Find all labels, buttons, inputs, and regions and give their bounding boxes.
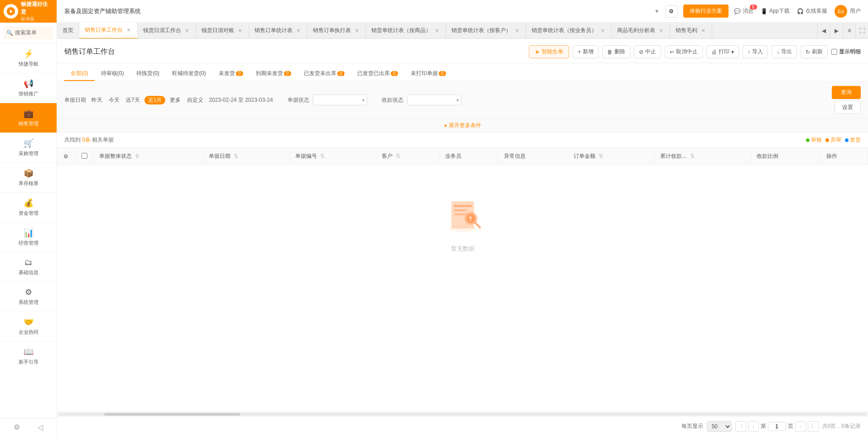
settings-footer-icon[interactable]: ⚙ (14, 423, 20, 431)
subtab-not-printed[interactable]: 未打印单据0 (404, 67, 452, 81)
tab-close-all-button[interactable]: ✕ (843, 23, 855, 39)
stop-button[interactable]: ⊘ 中止 (634, 45, 661, 58)
sales-order-tab-label: 销售订单工作台 (85, 26, 123, 34)
page-next-button[interactable]: › (795, 421, 806, 432)
scrollbar-thumb[interactable] (104, 413, 240, 416)
select-all-checkbox[interactable] (82, 153, 87, 159)
subtab-pending-review[interactable]: 待审核(0) (95, 67, 130, 81)
tab-close-cash-reconcile[interactable]: ✕ (237, 28, 243, 34)
delete-button[interactable]: 🗑 删除 (602, 45, 630, 58)
page-prev-button[interactable]: ‹ (748, 421, 759, 432)
tab-close-profit[interactable]: ✕ (700, 28, 706, 34)
tab-sales-stats-product[interactable]: 销货单统计表（按商品） ✕ (366, 23, 446, 39)
print-button[interactable]: 🖨 打印 ▾ (706, 45, 739, 58)
gear-icon[interactable]: ⚙ (63, 153, 68, 160)
status-sort-icon[interactable]: ⇅ (135, 153, 139, 159)
ship-action-btn[interactable]: 发货 (845, 136, 861, 144)
tab-prev-button[interactable]: ◀ (817, 23, 830, 39)
tab-sales-order-stats[interactable]: 销售订单统计表 ✕ (249, 23, 307, 39)
tab-close-cash-daily[interactable]: ✕ (184, 28, 190, 34)
sidebar-item-basic-info[interactable]: 🗂 基础信息 (0, 252, 57, 282)
tab-close-sales-stats[interactable]: ✕ (295, 28, 302, 34)
smart-create-button[interactable]: ★ 智能生单 (529, 45, 569, 58)
sidebar-item-system[interactable]: ⚙ 系统管理 (0, 282, 57, 312)
subtab-not-shipped[interactable]: 未发货0 (212, 67, 249, 81)
sidebar-item-finance[interactable]: 💰 资金管理 (0, 193, 57, 223)
tab-home[interactable]: 首页 (57, 23, 79, 39)
finance-icon: 💰 (24, 198, 34, 208)
tab-next-button[interactable]: ▶ (830, 23, 843, 39)
cancel-stop-button[interactable]: ↩ 取消中止 (665, 45, 703, 58)
received-sort-icon[interactable]: ⇅ (690, 153, 695, 159)
page-last-button[interactable]: 》 (808, 421, 819, 432)
show-detail-checkbox[interactable] (831, 49, 837, 55)
set-button[interactable]: 设置 (834, 101, 861, 114)
date-opt-1month[interactable]: 近1月 (144, 96, 166, 104)
subtab-all[interactable]: 全部(0) (64, 67, 95, 81)
search-menu-button[interactable]: 🔍 搜索菜单 (4, 26, 53, 39)
sidebar-item-sales-mgmt[interactable]: 💼 销售管理 (0, 103, 57, 133)
query-button[interactable]: 查询 (832, 86, 861, 99)
import-button[interactable]: ↑ 导入 (743, 45, 768, 58)
show-detail-checkbox-label[interactable]: 显示明细 (831, 48, 861, 56)
unreviewed-action-btn[interactable]: 弃审 (825, 136, 841, 144)
date-opt-7days[interactable]: 近7天 (124, 95, 142, 105)
tab-close-sales-order[interactable]: ✕ (125, 27, 132, 33)
review-action-btn[interactable]: 审核 (806, 136, 822, 144)
tab-sales-order-exec[interactable]: 销售订单执行表 ✕ (307, 23, 366, 39)
date-sort-icon[interactable]: ⇅ (234, 153, 238, 159)
date-opt-today[interactable]: 今天 (107, 95, 121, 105)
message-badge[interactable]: 💬 消息 6 (734, 7, 753, 15)
tab-sales-stats-staff[interactable]: 销货单统计表（按业务员） ✕ (526, 23, 612, 39)
sidebar-item-inventory[interactable]: 📦 库存核算 (0, 163, 57, 193)
customer-sort-icon[interactable]: ⇅ (396, 153, 400, 159)
tab-product-margin[interactable]: 商品毛利分析表 ✕ (612, 23, 670, 39)
page-number-input[interactable] (768, 422, 786, 431)
col-date: 单据日期 ⇅ (203, 148, 289, 165)
tab-close-sales-customer[interactable]: ✕ (514, 28, 520, 34)
number-sort-icon[interactable]: ⇅ (320, 153, 325, 159)
subtab-wangpu[interactable]: 旺铺待发货(0) (166, 67, 212, 81)
per-page-select[interactable]: 50 10 20 100 (707, 421, 732, 432)
tab-sales-order-workbench[interactable]: 销售订单工作台 ✕ (79, 23, 138, 39)
sidebar-item-quick-nav[interactable]: ⚡ 快捷导航 (0, 43, 57, 73)
tab-cash-daily[interactable]: 钱货日清工作台 ✕ (138, 23, 196, 39)
tab-sales-stats-customer[interactable]: 销货单统计表（按客户） ✕ (446, 23, 526, 39)
subtab-pending-inspect[interactable]: 待拣货(0) (130, 67, 166, 81)
user-info[interactable]: Ea 用户 (834, 5, 861, 18)
date-opt-more[interactable]: 更多 (168, 95, 182, 105)
tab-fullscreen-button[interactable]: ⛶ (855, 23, 868, 39)
sidebar-item-marketing[interactable]: 📢 营销推广 (0, 73, 57, 103)
amount-sort-icon[interactable]: ⇅ (599, 153, 603, 159)
sidebar-item-operations[interactable]: 📊 经营管理 (0, 223, 57, 252)
tab-close-sales-product[interactable]: ✕ (434, 28, 440, 34)
sidebar-item-enterprise[interactable]: 🤝 企业协同 (0, 312, 57, 341)
subtab-shipped-not-out[interactable]: 已发货未出库0 (297, 67, 351, 81)
tab-close-sales-staff[interactable]: ✕ (599, 28, 606, 34)
date-opt-custom[interactable]: 自定义 (185, 95, 205, 105)
date-opt-yesterday[interactable]: 昨天 (90, 95, 104, 105)
order-status-select[interactable] (313, 95, 367, 105)
subtab-shipped-out[interactable]: 已发货已出库0 (351, 67, 404, 81)
refresh-button[interactable]: ↻ 刷新 (801, 45, 828, 58)
export-button[interactable]: ↓ 导出 (772, 45, 797, 58)
add-button[interactable]: + 新增 (573, 45, 599, 58)
sidebar-item-purchase-mgmt[interactable]: 🛒 采购管理 (0, 133, 57, 163)
sidebar-item-newbie[interactable]: 📖 新手引导 (0, 341, 57, 371)
tab-close-sales-exec[interactable]: ✕ (354, 28, 360, 34)
tab-bar: 首页 销售订单工作台 ✕ 钱货日清工作台 ✕ 钱货日清对账 ✕ 销售订单统计表 … (57, 23, 868, 39)
page-first-button[interactable]: 《 (735, 421, 746, 432)
subtab-overdue-ship[interactable]: 到期未发货0 (249, 67, 297, 81)
tab-cash-reconcile[interactable]: 钱货日清对账 ✕ (196, 23, 249, 39)
collapse-icon[interactable]: ◁ (38, 423, 43, 431)
sidebar: 畅捷通好生意 标准版 🔍 搜索菜单 ⚡ 快捷导航 📢 营销推广 💼 销售管理 🛒… (0, 0, 57, 436)
expand-conditions-button[interactable]: ▾ 展开更多条件 (444, 122, 481, 129)
settings-button[interactable]: ⚙ (665, 5, 678, 18)
payment-status-select[interactable] (407, 95, 461, 105)
trial-industry-button[interactable]: 体验行业方案 (683, 5, 729, 18)
app-download-link[interactable]: 📱 App下载 (761, 7, 790, 15)
tab-close-margin[interactable]: ✕ (658, 28, 664, 34)
horizontal-scrollbar[interactable] (57, 412, 868, 416)
online-service-link[interactable]: 🎧 在线客服 (797, 7, 827, 15)
tab-sales-profit[interactable]: 销售毛利 ✕ (670, 23, 712, 39)
